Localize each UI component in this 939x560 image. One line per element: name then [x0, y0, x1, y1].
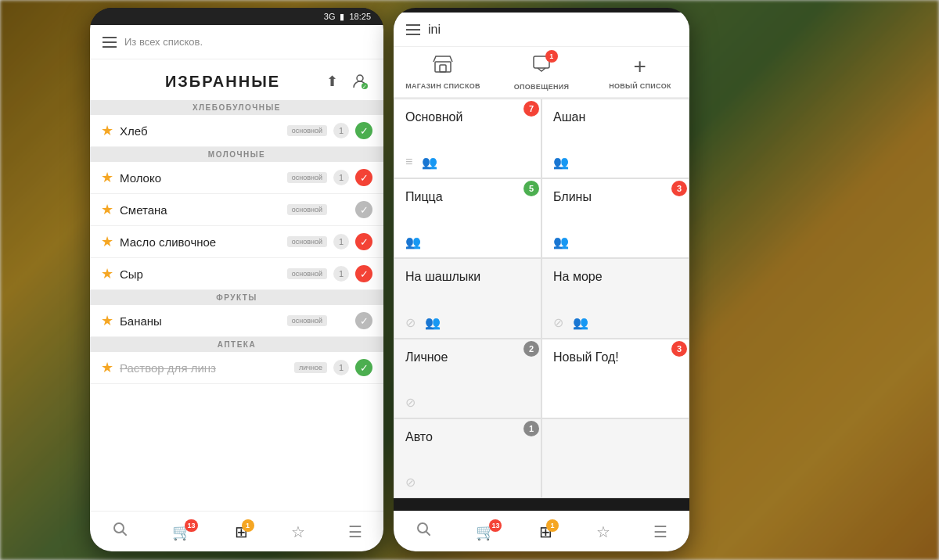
menu-icon[interactable]	[406, 24, 420, 35]
grid-badge: 1	[546, 519, 559, 532]
nav-menu[interactable]: ☰	[340, 519, 370, 544]
list-icons: ⊘ 👥	[553, 315, 678, 330]
svg-rect-4	[435, 62, 451, 72]
list-item[interactable]: ★ Сыр основной 1 ✓	[90, 258, 383, 290]
tab-new-list[interactable]: + НОВЫЙ СПИСОК	[591, 47, 689, 97]
check-icon: ✓	[355, 233, 372, 250]
menu-icon: ☰	[653, 522, 667, 541]
phone2: ini МАГАЗИН СПИСКОВ 1	[394, 8, 689, 551]
star-icon: ★	[101, 265, 113, 282]
nav-grid[interactable]: 1 ⊞	[227, 519, 256, 544]
star-icon: ★	[101, 312, 113, 329]
list-item[interactable]: ★ Масло сливочное основной 1 ✓	[90, 226, 383, 258]
item-tag: основной	[287, 172, 327, 183]
item-name: Сметана	[120, 203, 281, 217]
list-title: На море	[553, 270, 678, 284]
list-badge: 2	[523, 341, 539, 357]
list-title: Основной	[405, 110, 530, 124]
category-fruits: ФРУКТЫ	[90, 290, 383, 305]
item-tag: личное	[294, 362, 327, 373]
list-icons: ⊘	[405, 475, 530, 490]
list-icons: 👥	[405, 235, 530, 249]
star-icon: ★	[101, 233, 113, 250]
list-title: Личное	[405, 350, 530, 364]
list-item-ashan[interactable]: Ашан 👥	[542, 99, 689, 178]
people-icon: 👥	[425, 315, 441, 330]
svg-point-3	[114, 523, 124, 533]
nav-search[interactable]	[104, 518, 137, 545]
list-title: Авто	[405, 430, 530, 444]
notification-badge: 1	[545, 50, 558, 63]
list-item[interactable]: ★ Бананы основной 1 ✓	[90, 305, 383, 337]
list-badge: 3	[671, 341, 687, 357]
list-item-pizza[interactable]: 5 Пицца 👥	[394, 179, 541, 257]
people-icon: 👥	[405, 235, 421, 249]
menu-icon[interactable]	[103, 37, 117, 48]
list-badge: 3	[671, 181, 687, 196]
list-item-empty	[542, 419, 689, 497]
check-icon: ✓	[355, 265, 372, 282]
spacer	[103, 70, 124, 92]
nav-cart[interactable]: 13 🛒	[164, 519, 200, 544]
star-icon: ★	[101, 122, 113, 139]
list-item-osnovnoy[interactable]: 7 Основной ≡ 👥	[394, 99, 541, 178]
list-item-na-more[interactable]: На море ⊘ 👥	[542, 259, 689, 337]
check-icon: ✓	[355, 169, 372, 186]
item-name: Раствор для линз	[120, 361, 288, 375]
nav-favorites[interactable]: ☆	[588, 519, 618, 544]
tab-new-list-label: НОВЫЙ СПИСОК	[609, 82, 671, 90]
no-sync-icon: ⊘	[405, 395, 416, 410]
item-tag: основной	[287, 204, 327, 215]
list-item[interactable]: ★ Молоко основной 1 ✓	[90, 162, 383, 194]
menu-icon: ☰	[348, 522, 362, 541]
phone1-status-bar: 3G ▮ 18:25	[90, 8, 383, 25]
tab-notifications-label: ОПОВЕЩЕНИЯ	[514, 83, 570, 91]
lines-icon: ≡	[405, 155, 412, 170]
people-icon: 👥	[553, 235, 569, 249]
share-button[interactable]: ⬆	[321, 70, 343, 92]
item-tag: основной	[287, 125, 327, 136]
cart-badge: 13	[489, 519, 502, 532]
nav-grid[interactable]: 1 ⊞	[531, 519, 560, 544]
check-icon: ✓	[355, 312, 372, 329]
list-badge: 7	[523, 101, 539, 117]
list-item-avto[interactable]: 1 Авто ⊘	[394, 419, 541, 497]
list-title: Ашан	[553, 110, 678, 124]
list-item[interactable]: ★ Раствор для линз личное 1 ✓	[90, 352, 383, 384]
item-count: 1	[333, 234, 349, 249]
nav-search[interactable]	[408, 518, 441, 545]
no-sync-icon: ⊘	[405, 475, 416, 490]
item-tag: основной	[287, 236, 327, 247]
nav-favorites[interactable]: ☆	[283, 519, 313, 544]
phone2-bottom-nav: 13 🛒 1 ⊞ ☆ ☰	[394, 511, 689, 551]
toolbar-app-name: ini	[428, 23, 441, 37]
list-icons: ⊘	[405, 395, 530, 410]
people-icon: 👥	[553, 155, 569, 170]
list-item[interactable]: ★ Хлеб основной 1 ✓	[90, 115, 383, 147]
nav-cart[interactable]: 13 🛒	[468, 519, 503, 544]
nav-menu[interactable]: ☰	[646, 519, 675, 544]
category-bread: ХЛЕБОБУЛОЧНЫЕ	[90, 100, 383, 115]
svg-point-0	[357, 75, 363, 81]
list-title: Блины	[553, 190, 678, 204]
svg-text:✓: ✓	[362, 84, 367, 89]
grid-badge: 1	[242, 519, 254, 532]
list-icons: ⊘ 👥	[405, 315, 530, 330]
battery-icon: ▮	[340, 12, 344, 22]
search-icon	[416, 521, 433, 542]
people-icon: 👥	[422, 155, 437, 170]
list-item[interactable]: ★ Сметана основной 1 ✓	[90, 194, 383, 226]
store-icon	[433, 54, 453, 79]
phone1-bottom-nav: 13 🛒 1 ⊞ ☆ ☰	[90, 511, 383, 551]
list-icons: 👥	[553, 235, 678, 249]
list-item-lichnoe[interactable]: 2 Личное ⊘	[394, 339, 541, 418]
tab-store[interactable]: МАГАЗИН СПИСКОВ	[394, 47, 492, 97]
tab-notifications[interactable]: 1 ОПОВЕЩЕНИЯ	[492, 47, 591, 97]
item-tag: основной	[287, 268, 327, 279]
list-item-na-shashlyki[interactable]: На шашлыки ⊘ 👥	[394, 259, 541, 337]
list-item-novy-god[interactable]: 3 Новый Год!	[542, 339, 689, 418]
profile-button[interactable]: ✓	[349, 70, 371, 92]
list-item-bliny[interactable]: 3 Блины 👥	[542, 179, 689, 257]
list-title: Новый Год!	[553, 350, 678, 364]
favorites-icon: ☆	[596, 522, 610, 541]
